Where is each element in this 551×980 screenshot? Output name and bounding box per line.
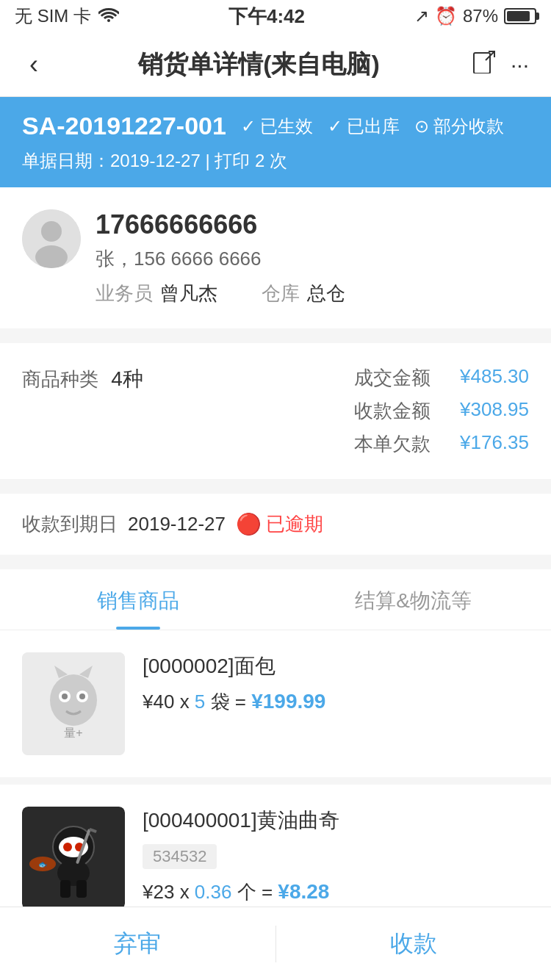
warehouse-value: 总仓 [307,281,345,306]
amount-stats: 成交金额 ¥485.30 收款金额 ¥308.95 本单欠款 ¥176.35 [354,365,529,457]
svg-point-2 [41,221,62,242]
product-name-cookie: [000400001]黄油曲奇 [143,807,529,835]
product-item-bread: 量+ [0000002]面包 ¥40 x 5 袋 = ¥199.99 [0,630,551,777]
product-image-bread: 量+ [22,652,125,755]
sales-info: 业务员 曾凡杰 [96,281,217,306]
due-date-section: 收款到期日 2019-12-27 🔴 已逾期 [0,494,551,555]
price-x-cookie: x [180,881,195,903]
price-x-bread: x [180,691,195,713]
sales-value: 曾凡杰 [160,281,217,306]
debt-label: 本单欠款 [354,431,431,457]
svg-point-3 [35,245,68,268]
overdue-icon: 🔴 [236,512,262,536]
overdue-badge: 🔴 已逾期 [236,511,323,537]
status-left: 无 SIM 卡 [15,4,119,28]
customer-name-phone: 张，156 6666 6666 [96,246,529,272]
status-time: 下午4:42 [228,4,305,29]
price-eq-bread: = [235,691,251,713]
price-unit-cookie: 个 [237,881,256,903]
svg-text:量+: 量+ [64,727,82,739]
page-title: 销货单详情(来自电脑) [138,48,380,82]
header-banner: SA-20191227-001 ✓ 已生效 ✓ 已出库 ⊙ 部分收款 单据日期：… [0,97,551,187]
check-icon-1: ✓ [241,116,256,137]
badge-partial-label: 部分收款 [433,115,504,138]
customer-section: 17666666666 张，156 6666 6666 业务员 曾凡杰 仓库 总… [0,187,551,328]
deal-amount: ¥485.30 [460,365,529,391]
badge-effective-label: 已生效 [260,115,313,138]
alarm-icon: ⏰ [435,6,457,26]
battery-percent: 87% [463,6,498,26]
customer-meta: 业务员 曾凡杰 仓库 总仓 [96,281,529,306]
price-eq-cookie: = [262,881,278,903]
svg-rect-0 [474,53,490,73]
badge-shipped: ✓ 已出库 [328,115,400,138]
tab-settlement[interactable]: 结算&物流等 [276,569,551,630]
product-tag-cookie: 534532 [143,844,217,869]
svg-point-8 [62,693,68,699]
clock-icon: ⊙ [414,116,429,137]
price-unit-bread: 袋 [211,691,230,713]
product-count-area: 商品种类 4种 [22,365,143,393]
product-price-bread: ¥40 x 5 袋 = ¥199.99 [143,689,529,715]
product-name-bread: [0000002]面包 [143,652,529,680]
doc-date: 单据日期：2019-12-27 | 打印 2 次 [22,149,529,173]
cancel-button[interactable]: 弃审 [0,907,276,980]
svg-point-9 [79,693,85,699]
warehouse-label: 仓库 [262,281,300,306]
nav-actions: ··· [472,50,529,79]
price-total-bread: ¥199.99 [251,690,325,713]
order-id: SA-20191227-001 [22,112,226,140]
share-button[interactable] [472,50,496,79]
product-price-cookie: ¥23 x 0.36 个 = ¥8.28 [143,879,529,905]
product-count-value: 4种 [111,367,143,390]
price-base-bread: ¥40 [143,691,174,713]
status-right: ↗ ⏰ 87% [414,6,536,26]
customer-avatar [22,209,81,268]
customer-id: 17666666666 [96,209,529,240]
tabs-section: 销售商品 结算&物流等 [0,569,551,630]
product-details-cookie: [000400001]黄油曲奇 534532 ¥23 x 0.36 个 = ¥8… [143,807,529,909]
check-icon-2: ✓ [328,116,342,137]
banner-top: SA-20191227-001 ✓ 已生效 ✓ 已出库 ⊙ 部分收款 [22,112,529,140]
badge-shipped-label: 已出库 [347,115,400,138]
customer-info: 17666666666 张，156 6666 6666 业务员 曾凡杰 仓库 总… [96,209,529,306]
price-qty-bread: 5 [195,691,205,713]
confirm-button[interactable]: 收款 [276,907,552,980]
due-date-label: 收款到期日 [22,511,118,537]
nav-bar: ‹ 销货单详情(来自电脑) ··· [0,32,551,97]
product-count-label: 商品种类 [22,368,98,390]
svg-text:🐟: 🐟 [38,860,48,869]
svg-rect-20 [76,880,87,898]
received-label: 收款金额 [354,398,431,424]
debt-amount: ¥176.35 [460,431,529,457]
svg-rect-19 [60,880,71,898]
received-amount: ¥308.95 [460,398,529,424]
tab-settlement-label: 结算&物流等 [355,589,472,612]
deal-label: 成交金额 [354,365,431,391]
svg-point-5 [50,674,97,726]
price-total-cookie: ¥8.28 [278,880,329,903]
badge-partial: ⊙ 部分收款 [414,115,504,138]
back-button[interactable]: ‹ [22,42,46,87]
deal-amount-row: 成交金额 ¥485.30 [354,365,529,391]
svg-point-16 [63,843,72,851]
product-image-cookie: 🐟 [22,807,125,909]
warehouse-info: 仓库 总仓 [262,281,345,306]
tab-sales-label: 销售商品 [97,589,179,612]
bottom-bar: 弃审 收款 [0,907,551,980]
badge-effective: ✓ 已生效 [241,115,313,138]
battery-icon [504,8,536,24]
overdue-text: 已逾期 [266,511,323,537]
price-base-cookie: ¥23 [143,881,174,903]
stats-section: 商品种类 4种 成交金额 ¥485.30 收款金额 ¥308.95 本单欠款 ¥… [0,343,551,479]
received-amount-row: 收款金额 ¥308.95 [354,398,529,424]
more-button[interactable]: ··· [511,52,529,77]
price-qty-cookie: 0.36 [195,881,232,903]
wifi-icon [98,6,119,26]
tab-sales-products[interactable]: 销售商品 [0,569,276,630]
debt-amount-row: 本单欠款 ¥176.35 [354,431,529,457]
due-date-value: 2019-12-27 [128,513,226,536]
carrier-text: 无 SIM 卡 [15,4,91,28]
status-bar: 无 SIM 卡 下午4:42 ↗ ⏰ 87% [0,0,551,32]
product-details-bread: [0000002]面包 ¥40 x 5 袋 = ¥199.99 [143,652,529,755]
